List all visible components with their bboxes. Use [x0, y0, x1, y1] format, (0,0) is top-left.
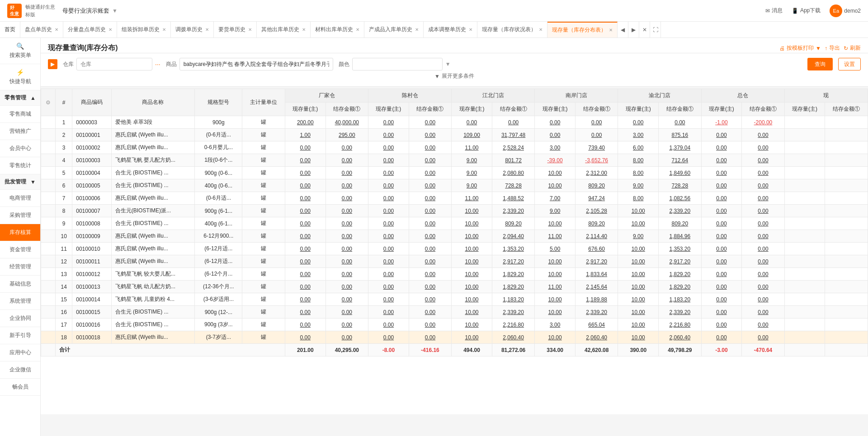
table-cell[interactable]: 0.00	[368, 179, 409, 192]
table-cell[interactable]: 10.00	[535, 293, 576, 306]
tab-4-close[interactable]: ✕	[205, 27, 209, 32]
tab-home[interactable]: 首页	[0, 22, 20, 38]
table-cell[interactable]: 0.00	[285, 306, 326, 319]
table-cell[interactable]: 1,829.20	[492, 268, 535, 281]
table-cell[interactable]: 1,379.04	[659, 141, 702, 154]
tab-6-close[interactable]: ✕	[302, 27, 306, 32]
table-cell[interactable]: 0.00	[742, 281, 785, 293]
sidebar-item-operations[interactable]: 经营管理	[0, 258, 40, 276]
table-cell[interactable]: 0.00	[326, 154, 368, 167]
sidebar-item-member2[interactable]: 畅会员	[0, 379, 40, 396]
tab-2-close[interactable]: ✕	[108, 27, 112, 32]
table-cell[interactable]: 0.00	[701, 217, 742, 230]
sidebar-section-retail[interactable]: 零售管理 ▲	[0, 90, 40, 106]
table-cell[interactable]: 0.00	[326, 205, 368, 217]
table-cell[interactable]: 0.00	[742, 243, 785, 255]
table-cell[interactable]: 10.00	[618, 319, 659, 331]
table-cell[interactable]: 1,183.20	[659, 293, 702, 306]
table-cell[interactable]: 10.00	[452, 243, 492, 255]
table-cell[interactable]: 2,216.80	[492, 319, 535, 331]
table-cell[interactable]: 2,917.20	[492, 255, 535, 268]
table-cell[interactable]: 1,829.20	[492, 281, 535, 293]
table-cell[interactable]: 0.00	[742, 167, 785, 179]
color-input[interactable]	[352, 58, 443, 70]
table-cell[interactable]: 0.00	[326, 141, 368, 154]
table-cell[interactable]: 0.00	[368, 192, 409, 205]
table-cell[interactable]: 10.00	[452, 293, 492, 306]
table-cell[interactable]: 0.00	[701, 154, 742, 167]
table-cell[interactable]: 0.00	[409, 230, 452, 243]
tab-1-close[interactable]: ✕	[55, 27, 58, 32]
tab-3-close[interactable]: ✕	[162, 27, 166, 32]
table-cell[interactable]: 0.00	[409, 205, 452, 217]
sidebar-item-retail-stat[interactable]: 零售统计	[0, 157, 40, 174]
table-cell[interactable]: -39.00	[535, 154, 576, 167]
table-cell[interactable]: 1,189.88	[575, 293, 618, 306]
tab-10-close[interactable]: ✕	[539, 27, 542, 32]
table-cell[interactable]: 0.00	[409, 179, 452, 192]
table-cell[interactable]: 295.00	[326, 129, 368, 141]
tab-2[interactable]: 分量盘点单历史 ✕	[63, 22, 117, 38]
table-cell[interactable]: 8.00	[618, 192, 659, 205]
table-cell[interactable]: 0.00	[368, 293, 409, 306]
table-cell[interactable]: 10.00	[535, 306, 576, 319]
tab-9[interactable]: 成本调整单历史 ✕	[424, 22, 477, 38]
table-cell[interactable]: 1,488.52	[492, 192, 535, 205]
table-cell[interactable]: 0.00	[409, 293, 452, 306]
table-cell[interactable]: 9.00	[618, 230, 659, 243]
table-cell[interactable]: 0.00	[285, 293, 326, 306]
warehouse-dots[interactable]: ···	[155, 61, 160, 68]
table-cell[interactable]: 0.00	[409, 154, 452, 167]
tab-nav-next[interactable]: ▶	[628, 22, 639, 38]
table-cell[interactable]: 0.00	[409, 306, 452, 319]
table-cell[interactable]: 0.00	[285, 217, 326, 230]
tab-expand[interactable]: ⛶	[650, 22, 661, 38]
table-cell[interactable]: 809.20	[659, 217, 702, 230]
table-cell[interactable]: 0.00	[326, 306, 368, 319]
table-cell[interactable]: 0.00	[326, 179, 368, 192]
tab-8-close[interactable]: ✕	[415, 27, 419, 32]
user-menu[interactable]: Ea demo2	[830, 5, 861, 17]
table-cell[interactable]: 10.00	[535, 179, 576, 192]
table-cell[interactable]: 0.00	[701, 192, 742, 205]
table-cell[interactable]: 0.00	[326, 230, 368, 243]
table-cell[interactable]: 0.00	[701, 281, 742, 293]
table-cell[interactable]: 6.00	[618, 141, 659, 154]
table-cell[interactable]: 200.00	[285, 116, 326, 129]
table-cell[interactable]: 0.00	[326, 319, 368, 331]
table-cell[interactable]: 109.00	[452, 129, 492, 141]
sidebar-item-inventory[interactable]: 库存核算	[0, 224, 40, 241]
table-cell[interactable]: 0.00	[326, 331, 368, 344]
table-cell[interactable]: 10.00	[618, 255, 659, 268]
table-cell[interactable]: 0.00	[326, 217, 368, 230]
tab-5-close[interactable]: ✕	[248, 27, 252, 32]
sidebar-item-appcenter[interactable]: 应用中心	[0, 344, 40, 361]
table-cell[interactable]: 1,884.96	[659, 230, 702, 243]
table-cell[interactable]: 0.00	[285, 205, 326, 217]
table-cell[interactable]: 7.00	[535, 192, 576, 205]
export-button[interactable]: ↑ 导出	[825, 44, 840, 52]
table-cell[interactable]: 10.00	[452, 255, 492, 268]
messages-btn[interactable]: ✉ 消息	[765, 7, 783, 14]
table-cell[interactable]: 739.40	[575, 141, 618, 154]
table-cell[interactable]: 1,829.20	[659, 268, 702, 281]
table-cell[interactable]: 0.00	[742, 319, 785, 331]
table-cell[interactable]: 0.00	[285, 243, 326, 255]
table-cell[interactable]: 0.00	[285, 167, 326, 179]
table-cell[interactable]: 0.00	[285, 179, 326, 192]
table-cell[interactable]: 0.00	[326, 268, 368, 281]
table-cell[interactable]: 0.00	[326, 243, 368, 255]
table-cell[interactable]: 11.00	[452, 141, 492, 154]
table-cell[interactable]: 2,060.40	[492, 331, 535, 344]
table-cell[interactable]: 10.00	[452, 281, 492, 293]
table-cell[interactable]: 2,145.64	[575, 281, 618, 293]
tab-7[interactable]: 材料出库单历史 ✕	[311, 22, 364, 38]
tab-7-close[interactable]: ✕	[356, 27, 359, 32]
table-cell[interactable]: 0.00	[368, 331, 409, 344]
table-cell[interactable]: 0.00	[742, 331, 785, 344]
table-cell[interactable]: 3.00	[618, 129, 659, 141]
table-cell[interactable]: 676.60	[575, 243, 618, 255]
table-cell[interactable]: 10.00	[618, 268, 659, 281]
table-cell[interactable]: 0.00	[535, 116, 576, 129]
tab-close-all[interactable]: ✕	[639, 22, 650, 38]
